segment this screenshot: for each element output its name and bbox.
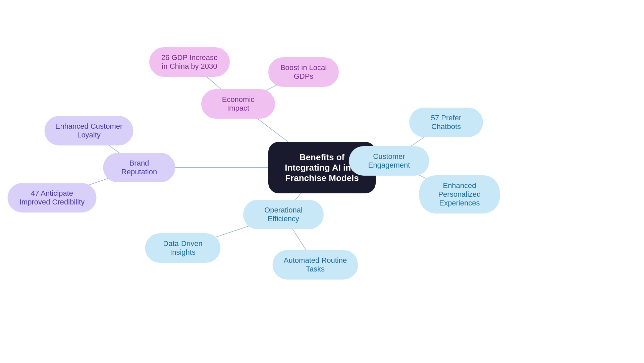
mindmap-container: Benefits of Integrating AI into Franchis… [0,0,644,363]
node-brand_reputation: Brand Reputation [103,153,175,182]
node-data_driven: Data-Driven Insights [145,233,221,263]
node-operational_efficiency: Operational Efficiency [243,200,324,229]
node-personalized_exp: Enhanced Personalized Experiences [419,175,500,214]
node-customer_engagement: Customer Engagement [349,146,429,176]
node-prefer_chatbots: 57 Prefer Chatbots [409,108,483,137]
node-boost_local: Boost in Local GDPs [268,57,339,87]
node-automated_tasks: Automated Routine Tasks [273,250,358,280]
node-economic_impact: Economic Impact [201,89,275,119]
node-improved_credibility: 47 Anticipate Improved Credibility [8,183,97,213]
node-gdp_china: 26 GDP Increase in China by 2030 [149,47,230,77]
node-customer_loyalty: Enhanced Customer Loyalty [45,116,133,145]
